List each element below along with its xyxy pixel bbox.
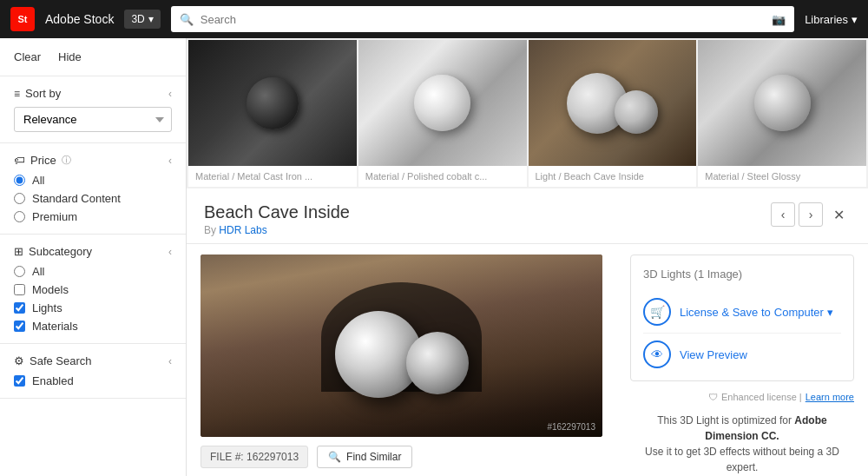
main-layout: Clear Hide ≡ Sort by ‹ Relevance Newest …: [0, 38, 868, 476]
grid-label-1: Material / Metal Cast Iron ...: [188, 166, 357, 187]
price-standard-option[interactable]: Standard Content: [14, 192, 172, 205]
search-input[interactable]: [201, 13, 765, 26]
price-chevron: ‹: [168, 155, 172, 167]
detail-panel: Beach Cave Inside By HDR Labs ‹ › ✕: [187, 188, 868, 476]
detail-author-link[interactable]: HDR Labs: [219, 224, 266, 236]
subcategory-lights[interactable]: Lights: [14, 301, 172, 314]
search-icon: 🔍: [328, 451, 341, 463]
preview-icon: 👁: [643, 340, 671, 368]
adobe-logo: St: [10, 7, 35, 31]
license-icon: 🛒: [643, 298, 671, 326]
find-similar-button[interactable]: 🔍 Find Similar: [317, 446, 412, 468]
topbar: St Adobe Stock 3D ▾ 🔍 📷 Libraries ▾: [0, 0, 868, 38]
view-preview-button[interactable]: 👁 View Preview: [643, 334, 841, 368]
chevron-down-icon: ▾: [852, 13, 858, 26]
grid-label-3: Light / Beach Cave Inside: [529, 166, 697, 187]
camera-icon[interactable]: 📷: [772, 13, 786, 26]
app-name: Adobe Stock: [45, 12, 114, 26]
subcategory-header[interactable]: ⊞ Subcategory ‹: [14, 245, 172, 258]
grid-item-4[interactable]: Material / Steel Glossy: [698, 40, 866, 187]
grid-item-2[interactable]: Material / Polished cobalt c...: [358, 40, 527, 187]
hide-button[interactable]: Hide: [58, 50, 82, 63]
chevron-down-icon: ▾: [827, 306, 833, 319]
price-header[interactable]: 🏷 Price ⓘ ‹: [14, 154, 172, 167]
safe-search-section: ⚙ Safe Search ‹ Enabled: [0, 344, 186, 399]
enhanced-note: 🛡 Enhanced license | Learn more: [630, 392, 854, 402]
detail-title: Beach Cave Inside: [204, 202, 350, 222]
subcategory-options: All Models Lights Materials: [14, 265, 172, 333]
subcategory-chevron: ‹: [168, 246, 172, 258]
next-button[interactable]: ›: [799, 202, 823, 227]
detail-header: Beach Cave Inside By HDR Labs ‹ › ✕: [187, 188, 868, 244]
grid-label-2: Material / Polished cobalt c...: [358, 166, 527, 187]
subcategory-materials[interactable]: Materials: [14, 320, 172, 333]
info-icon: ⓘ: [62, 154, 71, 167]
safe-search-enabled[interactable]: Enabled: [14, 374, 172, 387]
image-grid: Material / Metal Cast Iron ... Material …: [187, 38, 868, 188]
detail-image: #162297013: [201, 255, 602, 437]
subcategory-label: Subcategory: [29, 245, 92, 258]
search-icon: 🔍: [180, 13, 194, 26]
sort-by-header[interactable]: ≡ Sort by ‹: [14, 87, 172, 100]
safe-search-chevron: ‹: [168, 355, 172, 367]
sort-by-section: ≡ Sort by ‹ Relevance Newest Undiscovere…: [0, 76, 186, 143]
detail-nav: ‹ › ✕: [771, 202, 851, 227]
detail-actions: FILE #: 162297013 🔍 Find Similar: [201, 446, 602, 468]
content-area: Material / Metal Cast Iron ... Material …: [187, 38, 868, 476]
price-all-option[interactable]: All: [14, 174, 172, 187]
search-bar: 🔍 📷: [171, 6, 794, 32]
price-icon: 🏷: [14, 154, 25, 167]
learn-more-link[interactable]: Learn more: [806, 392, 854, 402]
subcategory-all[interactable]: All: [14, 265, 172, 278]
chevron-down-icon: ▾: [148, 13, 154, 25]
safe-search-label: Safe Search: [30, 354, 92, 367]
license-title: 3D Lights (1 Image): [643, 268, 841, 281]
shield-icon: 🛡: [708, 392, 718, 402]
prev-button[interactable]: ‹: [771, 202, 795, 227]
grid-item-3[interactable]: Light / Beach Cave Inside: [529, 40, 697, 187]
price-section: 🏷 Price ⓘ ‹ All Standard Content Premium: [0, 143, 186, 235]
detail-image-col: #162297013 FILE #: 162297013 🔍 Find Simi…: [187, 244, 616, 476]
subcategory-section: ⊞ Subcategory ‹ All Models Lights: [0, 235, 186, 344]
subcategory-icon: ⊞: [14, 245, 23, 258]
file-id: FILE #: 162297013: [201, 446, 308, 468]
detail-body: #162297013 FILE #: 162297013 🔍 Find Simi…: [187, 244, 868, 476]
price-premium-option[interactable]: Premium: [14, 210, 172, 223]
shield-icon: ⚙: [14, 354, 24, 367]
sidebar: Clear Hide ≡ Sort by ‹ Relevance Newest …: [0, 38, 187, 476]
sort-icon: ≡: [14, 88, 20, 100]
detail-right-col: 3D Lights (1 Image) 🛒 License & Save to …: [616, 244, 868, 476]
license-card: 3D Lights (1 Image) 🛒 License & Save to …: [630, 255, 854, 381]
price-options: All Standard Content Premium: [14, 174, 172, 223]
safe-search-header[interactable]: ⚙ Safe Search ‹: [14, 354, 172, 367]
libraries-button[interactable]: Libraries ▾: [805, 13, 858, 26]
sidebar-header: Clear Hide: [0, 38, 186, 76]
sort-by-chevron: ‹: [168, 88, 172, 100]
clear-button[interactable]: Clear: [14, 50, 41, 63]
file-number-watermark: #162297013: [547, 422, 595, 432]
grid-label-4: Material / Steel Glossy: [698, 166, 866, 187]
mode-dropdown[interactable]: 3D ▾: [124, 10, 160, 29]
close-button[interactable]: ✕: [826, 202, 851, 227]
sort-select[interactable]: Relevance Newest Undiscovered Best Match: [14, 107, 172, 132]
grid-item-1[interactable]: Material / Metal Cast Iron ...: [188, 40, 357, 187]
license-save-button[interactable]: 🛒 License & Save to Computer ▾: [643, 291, 841, 334]
subcategory-models[interactable]: Models: [14, 283, 172, 296]
price-label: Price: [30, 154, 56, 167]
detail-by: By HDR Labs: [204, 224, 350, 236]
promo-box: This 3D Light is optimized for Adobe Dim…: [630, 413, 854, 476]
